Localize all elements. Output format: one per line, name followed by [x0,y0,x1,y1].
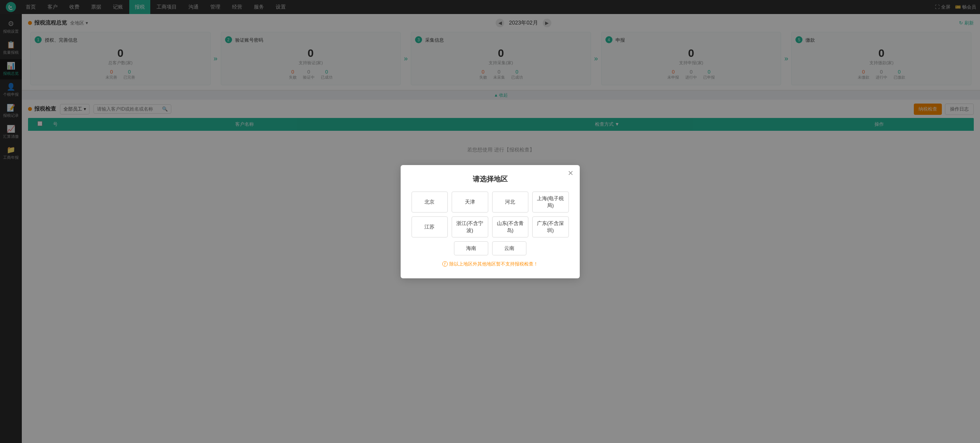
region-btn-shandong[interactable]: 山东(不含青岛) [492,216,529,237]
region-btn-beijing[interactable]: 北京 [412,192,448,213]
region-btn-yunnan[interactable]: 云南 [492,241,526,255]
region-btn-hainan[interactable]: 海南 [454,241,488,255]
modal-overlay[interactable]: ✕ 请选择地区 北京 天津 河北 上海(电子税局) 江苏 浙江(不含宁波) 山东… [0,0,980,443]
region-select-modal: ✕ 请选择地区 北京 天津 河北 上海(电子税局) 江苏 浙江(不含宁波) 山东… [401,165,580,278]
modal-title: 请选择地区 [412,174,569,184]
region-grid-row1: 北京 天津 河北 上海(电子税局) [412,192,569,213]
region-btn-shanghai[interactable]: 上海(电子税局) [532,192,569,213]
warning-icon: ! [442,261,448,267]
region-btn-zhejiang[interactable]: 浙江(不含宁波) [452,216,488,237]
region-btn-jiangsu[interactable]: 江苏 [412,216,448,237]
region-btn-hebei[interactable]: 河北 [492,192,529,213]
modal-warning: ! 除以上地区外其他地区暂不支持报税检查！ [412,261,569,267]
region-grid-row2: 江苏 浙江(不含宁波) 山东(不含青岛) 广东(不含深圳) [412,216,569,237]
region-btn-guangdong[interactable]: 广东(不含深圳) [532,216,569,237]
region-btn-tianjin[interactable]: 天津 [452,192,488,213]
region-grid-row3: 海南 云南 [412,241,569,255]
modal-close-btn[interactable]: ✕ [568,170,574,177]
